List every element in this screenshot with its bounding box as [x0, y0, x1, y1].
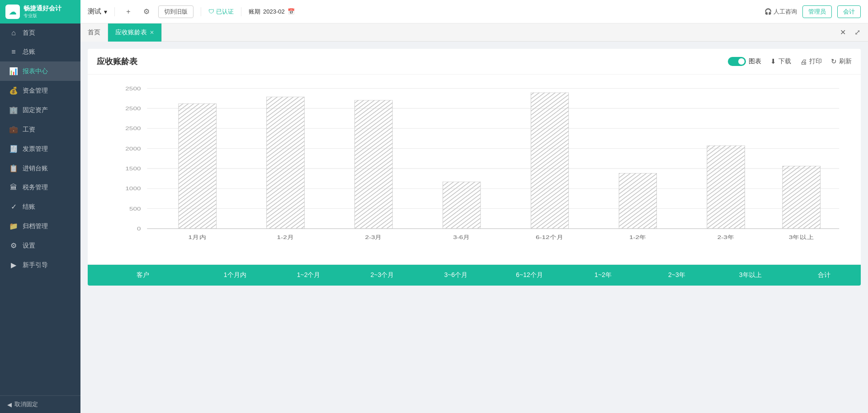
- refresh-button[interactable]: ↻ 刷新: [831, 57, 852, 66]
- support-button[interactable]: 🎧 人工咨询: [764, 8, 797, 16]
- print-label: 打印: [809, 57, 822, 66]
- expand-window-button[interactable]: ⤢: [852, 27, 863, 38]
- tabs-container: 首页应收账龄表✕: [80, 23, 837, 42]
- sidebar-label-reports: 报表中心: [23, 67, 48, 75]
- topbar-right: 🎧 人工咨询 管理员 会计: [764, 5, 861, 18]
- sidebar-icon-funds: 💰: [9, 86, 18, 95]
- sidebar-label-home: 首页: [23, 29, 35, 37]
- sidebar-item-reports[interactable]: 📊 报表中心: [0, 61, 80, 81]
- settings-button[interactable]: ⚙: [140, 5, 153, 18]
- pin-label: 取消固定: [14, 400, 38, 408]
- svg-text:0: 0: [137, 226, 141, 232]
- sidebar-item-purchase[interactable]: 📋 进销台账: [0, 159, 80, 178]
- support-label: 人工咨询: [774, 8, 797, 16]
- sidebar-item-funds[interactable]: 💰 资金管理: [0, 81, 80, 100]
- tab-home[interactable]: 首页: [80, 23, 108, 42]
- sidebar-label-invoice: 发票管理: [23, 145, 48, 153]
- sidebar-item-closing[interactable]: ✓ 结账: [0, 197, 80, 216]
- shield-icon: 🛡: [208, 8, 214, 15]
- period-label: 账期: [249, 8, 260, 16]
- add-button[interactable]: +: [122, 5, 135, 18]
- switch-version-button[interactable]: 切到旧版: [158, 5, 193, 18]
- sidebar-item-guide[interactable]: ▶ 新手引导: [0, 255, 80, 275]
- role-button[interactable]: 会计: [837, 5, 861, 18]
- sidebar-pin-toggle[interactable]: ◀ 取消固定: [0, 395, 80, 413]
- bar-chart: 2500 2500 2500 2000 1500 1000 500 0: [97, 84, 852, 255]
- svg-rect-23: [443, 182, 481, 228]
- sidebar-label-ledger: 总账: [23, 48, 35, 56]
- svg-rect-31: [783, 166, 821, 229]
- svg-text:6-12个月: 6-12个月: [536, 235, 564, 240]
- sidebar-item-home[interactable]: ⌂ 首页: [0, 23, 80, 42]
- table-header-cell: 1~2个月: [272, 265, 345, 286]
- svg-text:1-2年: 1-2年: [629, 235, 646, 240]
- report-actions: 图表 ⬇ 下载 🖨 打印 ↻ 刷新: [728, 57, 852, 66]
- chart-toggle[interactable]: [728, 57, 746, 66]
- sidebar-label-assets: 固定资产: [23, 106, 48, 114]
- certified-badge: 🛡 已认证: [208, 8, 234, 16]
- svg-text:3年以上: 3年以上: [789, 235, 814, 240]
- sidebar-nav: ⌂ 首页 ≡ 总账 📊 报表中心 💰 资金管理 🏢 固定资产 💼 工资 🧾 发票…: [0, 23, 80, 395]
- svg-text:1500: 1500: [125, 166, 141, 172]
- calendar-icon[interactable]: 📅: [288, 8, 295, 15]
- table-header-cell: 6~12个月: [493, 265, 566, 286]
- table-header-cell: 3~6个月: [419, 265, 493, 286]
- sidebar-label-closing: 结账: [23, 203, 35, 211]
- report-header: 应收账龄表 图表 ⬇ 下载 🖨 打印 ↻: [88, 49, 861, 75]
- svg-rect-27: [619, 173, 657, 228]
- pin-icon: ◀: [7, 401, 12, 408]
- logo-icon: ☁: [5, 5, 20, 19]
- topbar-divider-1: [114, 7, 115, 16]
- download-button[interactable]: ⬇ 下载: [770, 57, 791, 66]
- user-button[interactable]: 管理员: [802, 5, 832, 18]
- sidebar-item-settings[interactable]: ⚙ 设置: [0, 236, 80, 255]
- logo-title: 畅捷通好会计: [24, 5, 61, 13]
- report-title: 应收账龄表: [97, 56, 137, 67]
- svg-text:1月内: 1月内: [189, 235, 207, 240]
- table-header-cell: 1个月内: [198, 265, 272, 286]
- print-icon: 🖨: [800, 58, 807, 66]
- sidebar-label-settings: 设置: [23, 242, 35, 250]
- sidebar-label-tax: 税务管理: [23, 183, 48, 192]
- table-section: 客户1个月内1~2个月2~3个月3~6个月6~12个月1~2年2~3年3年以上合…: [88, 264, 861, 286]
- sidebar-item-invoice[interactable]: 🧾 发票管理: [0, 139, 80, 159]
- tab-close-aging[interactable]: ✕: [150, 29, 154, 36]
- project-selector[interactable]: 测试 ▾: [88, 7, 107, 16]
- tabbar: 首页应收账龄表✕ ✕ ⤢: [80, 23, 868, 42]
- table-header-cell: 2~3个月: [345, 265, 419, 286]
- sidebar-icon-guide: ▶: [9, 261, 18, 269]
- topbar-divider-2: [201, 7, 201, 16]
- sidebar-item-assets[interactable]: 🏢 固定资产: [0, 100, 80, 120]
- project-dropdown-icon: ▾: [104, 8, 107, 15]
- tab-aging[interactable]: 应收账龄表✕: [108, 23, 162, 42]
- table-header-row: 客户1个月内1~2个月2~3个月3~6个月6~12个月1~2年2~3年3年以上合…: [88, 265, 861, 286]
- sidebar-item-tax[interactable]: 🏛 税务管理: [0, 178, 80, 197]
- sidebar-icon-ledger: ≡: [9, 48, 18, 56]
- report-card: 应收账龄表 图表 ⬇ 下载 🖨 打印 ↻: [88, 49, 861, 286]
- sidebar-item-archive[interactable]: 📁 归档管理: [0, 216, 80, 236]
- gear-icon: ⚙: [143, 7, 150, 16]
- sidebar-icon-invoice: 🧾: [9, 145, 18, 153]
- sidebar-item-ledger[interactable]: ≡ 总账: [0, 42, 80, 61]
- svg-rect-25: [531, 93, 569, 229]
- chart-area: 2500 2500 2500 2000 1500 1000 500 0: [88, 75, 861, 264]
- svg-text:2000: 2000: [125, 146, 141, 152]
- refresh-icon: ↻: [831, 57, 837, 66]
- page-content: 应收账龄表 图表 ⬇ 下载 🖨 打印 ↻: [80, 42, 868, 413]
- table-header-cell: 2~3年: [640, 265, 713, 286]
- table-header-cell: 客户: [88, 265, 198, 286]
- svg-text:2500: 2500: [125, 126, 141, 131]
- chart-container: 2500 2500 2500 2000 1500 1000 500 0: [97, 84, 852, 255]
- print-button[interactable]: 🖨 打印: [800, 57, 822, 66]
- period-value: 2023-02: [263, 8, 285, 15]
- svg-rect-17: [179, 103, 216, 229]
- sidebar-logo: ☁ 畅捷通好会计 专业版: [0, 0, 80, 23]
- table-header-cell: 1~2年: [566, 265, 640, 286]
- svg-rect-29: [707, 145, 745, 229]
- svg-text:3-6月: 3-6月: [453, 235, 470, 240]
- table-header-cell: 合计: [787, 265, 861, 286]
- sidebar-icon-closing: ✓: [9, 202, 18, 211]
- close-window-button[interactable]: ✕: [837, 27, 848, 38]
- download-icon: ⬇: [770, 57, 776, 66]
- sidebar-item-payroll[interactable]: 💼 工资: [0, 120, 80, 139]
